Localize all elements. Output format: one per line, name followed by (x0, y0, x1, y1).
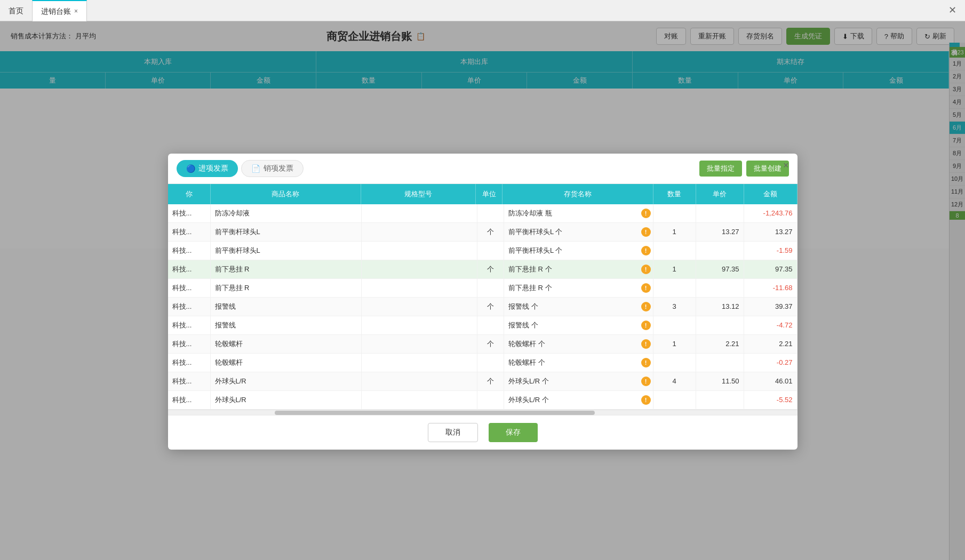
cell-qty: 1 (653, 335, 696, 353)
table-row[interactable]: 科技... 报警线 报警线 个 ! -4.72 (168, 316, 797, 335)
warning-icon: ! (641, 302, 651, 311)
table-row[interactable]: 科技... 报警线 个 报警线 个 ! 3 13.12 39.37 (168, 298, 797, 316)
cancel-button[interactable]: 取消 (428, 423, 478, 442)
cell-price (696, 242, 744, 260)
cell-id: 科技... (168, 242, 211, 260)
tab-active[interactable]: 进销台账 × (32, 0, 87, 21)
outgoing-icon: 📄 (251, 164, 260, 173)
cell-amount: -0.27 (744, 354, 797, 372)
th-price: 单价 (696, 184, 744, 204)
modal-footer: 取消 保存 (168, 415, 797, 450)
modal-table: 你 商品名称 规格型号 单位 存货名称 数量 单价 金额 科技... 防冻冷却液… (168, 184, 797, 415)
scrollbar-thumb[interactable] (275, 411, 595, 415)
cell-id: 科技... (168, 335, 211, 353)
modal-header: 🔵 进项发票 📄 销项发票 批量指定 批量创建 × (168, 154, 797, 184)
cell-stock: 报警线 个 ! (504, 316, 653, 334)
warning-icon: ! (641, 265, 651, 274)
cell-qty: 1 (653, 260, 696, 278)
cell-stock: 前下悬挂 R 个 ! (504, 279, 653, 297)
cell-unit (477, 391, 504, 409)
cell-price (696, 204, 744, 222)
th-amount: 金额 (744, 184, 797, 204)
cell-stock: 外球头L/R 个 ! (504, 372, 653, 390)
cell-qty (653, 354, 696, 372)
table-row[interactable]: 科技... 外球头L/R 外球头L/R 个 ! -5.52 (168, 391, 797, 410)
cell-name: 前下悬挂 R (211, 279, 362, 297)
cell-unit (477, 242, 504, 260)
table-row[interactable]: 科技... 轮毂螺杆 轮毂螺杆 个 ! -0.27 (168, 354, 797, 372)
cell-name: 报警线 (211, 298, 362, 316)
cell-unit (477, 204, 504, 222)
table-row[interactable]: 科技... 外球头L/R 个 外球头L/R 个 ! 4 11.50 46.01 (168, 372, 797, 391)
cell-amount: -4.72 (744, 316, 797, 334)
table-row[interactable]: 科技... 防冻冷却液 防冻冷却液 瓶 ! -1,243.76 (168, 204, 797, 223)
modal-dialog: 🔵 进项发票 📄 销项发票 批量指定 批量创建 × 你 (168, 154, 797, 450)
table-row[interactable]: 科技... 轮毂螺杆 个 轮毂螺杆 个 ! 1 2.21 2.21 (168, 335, 797, 354)
warning-icon: ! (641, 321, 651, 330)
tab-active-label: 进销台账 (41, 1, 71, 21)
tab-home[interactable]: 首页 (0, 0, 32, 21)
save-button[interactable]: 保存 (489, 423, 538, 442)
cell-price: 2.21 (696, 335, 744, 353)
tab-incoming-invoice[interactable]: 🔵 进项发票 (177, 160, 238, 177)
cell-name: 外球头L/R (211, 391, 362, 409)
cell-price (696, 279, 744, 297)
cell-amount: 2.21 (744, 335, 797, 353)
cell-unit (477, 354, 504, 372)
tab-close-icon[interactable]: × (74, 1, 78, 21)
table-row[interactable]: 科技... 前下悬挂 R 前下悬挂 R 个 ! -11.68 (168, 279, 797, 298)
cell-stock: 外球头L/R 个 ! (504, 391, 653, 409)
cell-id: 科技... (168, 204, 211, 222)
cell-unit (477, 316, 504, 334)
cell-stock: 轮毂螺杆 个 ! (504, 335, 653, 353)
th-spec: 规格型号 (361, 184, 476, 204)
warning-icon: ! (641, 209, 651, 218)
batch-create-button[interactable]: 批量创建 (746, 161, 789, 177)
cell-spec (362, 316, 477, 334)
th-id: 你 (168, 184, 211, 204)
cell-id: 科技... (168, 223, 211, 241)
cell-spec (362, 223, 477, 241)
modal-close-button[interactable]: × (783, 160, 789, 171)
cell-name: 防冻冷却液 (211, 204, 362, 222)
cell-id: 科技... (168, 316, 211, 334)
cell-amount: -11.68 (744, 279, 797, 297)
cell-spec (362, 260, 477, 278)
cell-stock: 前平衡杆球头L 个 ! (504, 242, 653, 260)
cell-name: 前平衡杆球头L (211, 242, 362, 260)
table-row[interactable]: 科技... 前下悬挂 R 个 前下悬挂 R 个 ! 1 97.35 97.35 (168, 260, 797, 279)
table-row[interactable]: 科技... 前平衡杆球头L 前平衡杆球头L 个 ! -1.59 (168, 242, 797, 260)
cell-name: 轮毂螺杆 (211, 335, 362, 353)
cell-amount: -1.59 (744, 242, 797, 260)
warning-icon: ! (641, 227, 651, 237)
cell-amount: -5.52 (744, 391, 797, 409)
cell-id: 科技... (168, 260, 211, 278)
batch-assign-button[interactable]: 批量指定 (699, 161, 742, 177)
th-stock: 存货名称 (503, 184, 653, 204)
modal-table-body: 科技... 防冻冷却液 防冻冷却液 瓶 ! -1,243.76 科技... 前平… (168, 204, 797, 410)
cell-price: 97.35 (696, 260, 744, 278)
cell-spec (362, 335, 477, 353)
cell-unit: 个 (477, 260, 504, 278)
cell-spec (362, 354, 477, 372)
cell-price: 13.12 (696, 298, 744, 316)
cell-qty: 3 (653, 298, 696, 316)
cell-id: 科技... (168, 372, 211, 390)
cell-price (696, 354, 744, 372)
cell-id: 科技... (168, 298, 211, 316)
cell-name: 轮毂螺杆 (211, 354, 362, 372)
cell-amount: 46.01 (744, 372, 797, 390)
cell-name: 前下悬挂 R (211, 260, 362, 278)
cell-stock: 报警线 个 ! (504, 298, 653, 316)
modal-scrollbar[interactable] (168, 410, 797, 415)
cell-qty (653, 316, 696, 334)
cell-name: 报警线 (211, 316, 362, 334)
tab-outgoing-invoice[interactable]: 📄 销项发票 (241, 160, 304, 177)
cell-id: 科技... (168, 354, 211, 372)
window-close-button[interactable]: ✕ (948, 4, 956, 16)
table-row[interactable]: 科技... 前平衡杆球头L 个 前平衡杆球头L 个 ! 1 13.27 13.2… (168, 223, 797, 242)
modal-action-buttons: 批量指定 批量创建 (699, 161, 789, 177)
tab-bar: 首页 进销台账 × ✕ (0, 0, 965, 21)
cell-qty (653, 279, 696, 297)
cell-name: 前平衡杆球头L (211, 223, 362, 241)
